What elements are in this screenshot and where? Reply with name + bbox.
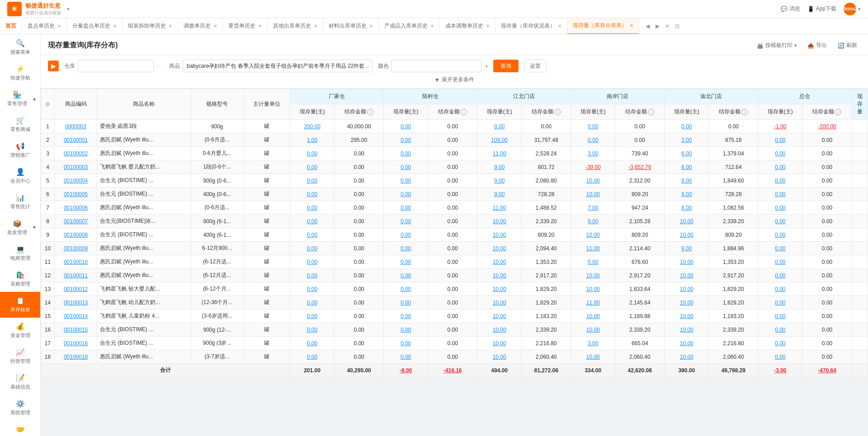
tab-close-icon[interactable]: ✕ [213,23,217,28]
row-code[interactable]: 00100001 [55,133,97,147]
row-jb-qty[interactable]: 9.00 [477,174,522,188]
tab-close-icon[interactable]: ✕ [486,23,490,28]
row-na-qty[interactable]: 9.00 [571,215,615,228]
tab-next-btn[interactable]: ▶ [653,22,662,31]
row-f-qty[interactable]: 0.00 [290,228,335,242]
row-total-qty[interactable]: 0.00 [758,133,802,147]
row-jb-qty[interactable]: 10.00 [477,350,522,364]
row-code[interactable]: 00100016 [55,337,97,350]
row-code[interactable]: 00100003 [55,160,97,174]
message-btn[interactable]: 💬 消息 [781,5,800,13]
row-yb-qty[interactable]: 8.00 [665,201,709,215]
row-yb-qty[interactable]: 10.00 [665,337,709,350]
row-f-qty[interactable]: 0.00 [290,160,335,174]
tab-other-out[interactable]: 其他出库单历史 ✕ [268,18,323,34]
row-na-qty[interactable]: 10.00 [571,350,615,364]
row-total-qty[interactable]: 0.00 [758,350,802,364]
row-yb-qty[interactable]: 10.00 [665,350,709,364]
tab-close-icon[interactable]: ✕ [558,23,561,28]
info-icon-jb-amt[interactable]: i [554,109,561,115]
row-jb-qty[interactable]: 11.00 [477,147,522,160]
row-f-qty[interactable]: 0.00 [290,147,335,160]
sidebar-item-marketing[interactable]: 📢 营销推广 [0,137,40,163]
row-code[interactable]: 00100008 [55,228,97,242]
row-jb-qty[interactable]: 11.00 [477,201,522,215]
sidebar-item-enterprise[interactable]: 🤝 企业协同 [0,421,40,436]
tab-close-all-btn[interactable]: ✕ [663,22,672,31]
row-m-qty[interactable]: 0.00 [384,188,428,201]
row-m-qty[interactable]: 0.00 [384,350,428,364]
row-na-qty[interactable]: 0.00 [571,133,615,147]
row-code[interactable]: 00100004 [55,174,97,188]
row-yb-qty[interactable]: 10.00 [665,282,709,296]
row-jb-qty[interactable]: 10.00 [477,269,522,282]
tab-cost-adjust[interactable]: 成本调整单历史 ✕ [440,18,495,34]
row-na-qty[interactable]: 3.00 [571,337,615,350]
gear-icon[interactable]: ⚙ [45,101,50,108]
row-yb-qty[interactable]: 3.00 [665,133,709,147]
row-total-qty[interactable]: 0.00 [758,201,802,215]
export-btn[interactable]: 📤 导出 [804,40,830,51]
tab-close-icon[interactable]: ✕ [258,23,262,28]
row-yb-qty[interactable]: 0.00 [665,120,709,133]
row-m-qty[interactable]: 0.00 [384,269,428,282]
tab-close-icon[interactable]: ✕ [630,23,633,28]
row-na-qty[interactable]: -39.00 [571,160,615,174]
row-na-qty[interactable]: 10.00 [571,269,615,282]
row-f-qty[interactable]: 0.00 [290,255,335,269]
sidebar-item-retail-stats[interactable]: 📊 零售统计 [0,189,40,215]
row-code[interactable]: 0000003 [55,120,97,133]
row-yb-qty[interactable]: 9.00 [665,188,709,201]
info-icon-f-amt[interactable]: i [367,109,373,115]
row-m-qty[interactable]: 0.00 [384,296,428,309]
sidebar-item-wholesale[interactable]: 📦 批发管理 ▼ [0,215,40,240]
tab-close-icon[interactable]: ✕ [314,23,317,28]
row-yb-qty[interactable]: 10.00 [665,309,709,323]
row-na-qty[interactable]: 10.00 [571,228,615,242]
row-f-qty[interactable]: 200.00 [290,120,335,133]
row-jb-qty[interactable]: 9.00 [477,160,522,174]
product-input[interactable] [183,60,373,72]
row-na-qty[interactable]: 11.00 [571,242,615,255]
row-na-qty[interactable]: 0.00 [571,120,615,133]
row-jb-qty[interactable]: 10.00 [477,282,522,296]
row-code[interactable]: 00100002 [55,147,97,160]
row-f-qty[interactable]: 0.00 [290,309,335,323]
row-na-qty[interactable]: 5.00 [571,255,615,269]
sidebar-item-purchase[interactable]: 🛍️ 采购管理 [0,266,40,292]
app-download-btn[interactable]: 📱 App下载 [807,5,836,13]
row-m-qty[interactable]: 0.00 [384,160,428,174]
row-f-qty[interactable]: 0.00 [290,215,335,228]
row-jb-qty[interactable]: 10.00 [477,337,522,350]
tab-product-in[interactable]: 产成品入库单历史 ✕ [379,18,440,34]
row-f-qty[interactable]: 0.00 [290,174,335,188]
row-jb-qty[interactable]: 10.00 [477,296,522,309]
row-jb-qty[interactable]: 10.00 [477,228,522,242]
row-na-qty[interactable]: 10.00 [571,309,615,323]
sidebar-item-retail-shop[interactable]: 🛒 零售商城 [0,112,40,137]
tab-maximize-btn[interactable]: ⊡ [673,22,682,31]
row-f-qty[interactable]: 0.00 [290,337,335,350]
row-code[interactable]: 00100014 [55,309,97,323]
row-na-qty[interactable]: 10.00 [571,174,615,188]
row-f-qty[interactable]: 0.00 [290,323,335,337]
tab-requisition[interactable]: 要货单历史 ✕ [223,18,268,34]
warehouse-input[interactable] [78,60,154,72]
row-yb-qty[interactable]: 10.00 [665,255,709,269]
row-code[interactable]: 00100005 [55,188,97,201]
row-m-qty[interactable]: 0.00 [384,337,428,350]
row-jb-qty[interactable]: 10.00 [477,309,522,323]
row-f-qty[interactable]: 0.00 [290,242,335,255]
row-code[interactable]: 00100018 [55,350,97,364]
row-m-qty[interactable]: 0.00 [384,215,428,228]
dropdown-arrow-icon[interactable]: ▾ [67,6,70,12]
row-na-qty[interactable]: 3.00 [571,147,615,160]
row-total-qty[interactable]: 0.00 [758,269,802,282]
row-code[interactable]: 00100009 [55,242,97,255]
query-btn[interactable]: 查询 [493,60,519,72]
tab-close-icon[interactable]: ✕ [57,23,61,28]
tab-close-icon[interactable]: ✕ [430,23,434,28]
sidebar-item-search[interactable]: 🔍 搜索英单 [0,34,40,60]
row-total-qty[interactable]: 0.00 [758,147,802,160]
tab-stock-single[interactable]: 盘点单历史 ✕ [22,18,67,34]
